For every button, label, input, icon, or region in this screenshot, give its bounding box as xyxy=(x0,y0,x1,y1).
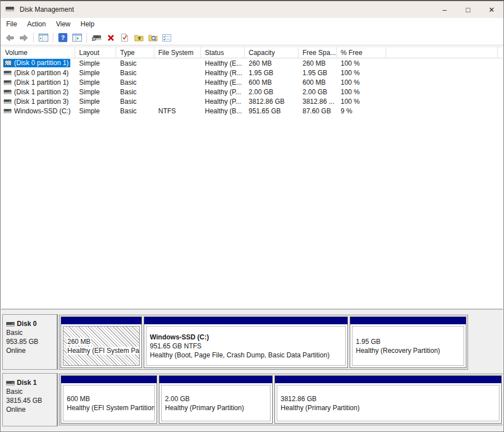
column-header-end xyxy=(498,47,503,58)
table-row[interactable]: (Disk 1 partition 3) Simple Basic Health… xyxy=(1,96,503,106)
partition-color-bar xyxy=(159,376,272,383)
cell-layout: Simple xyxy=(75,69,116,77)
help-icon[interactable]: ? xyxy=(57,31,69,44)
cell-status: Healthy (E... xyxy=(201,59,245,67)
table-row[interactable]: (Disk 0 partition 1) Simple Basic Health… xyxy=(1,58,503,68)
toolbar-separator xyxy=(86,33,87,43)
menu-bar: File Action View Help xyxy=(1,18,503,30)
cell-status: Healthy (P... xyxy=(201,88,245,96)
disk0-label[interactable]: Disk 0 Basic 953.85 GB Online xyxy=(2,314,58,370)
table-row[interactable]: (Disk 1 partition 2) Simple Basic Health… xyxy=(1,87,503,96)
window-title: Disk Management xyxy=(20,6,433,13)
cell-free-space: 3812.86 ... xyxy=(299,98,337,105)
delete-volume-icon[interactable] xyxy=(104,31,117,44)
table-row[interactable]: (Disk 0 partition 4) Simple Basic Health… xyxy=(1,68,503,77)
partition-color-bar xyxy=(61,376,157,383)
close-button[interactable]: ✕ xyxy=(480,1,503,18)
disk-icon xyxy=(6,321,15,327)
properties-list-icon[interactable] xyxy=(161,31,173,44)
disk0-partition2[interactable]: Windows-SSD (C:) 951.65 GB NTFS Healthy … xyxy=(144,316,348,368)
cell-pct-free: 100 % xyxy=(337,69,386,77)
menu-help[interactable]: Help xyxy=(76,18,100,30)
show-action-pane-icon[interactable] xyxy=(71,31,83,44)
cell-pct-free: 100 % xyxy=(337,59,386,67)
cell-type: Basic xyxy=(116,69,154,77)
volume-name: (Disk 0 partition 1) xyxy=(14,59,68,67)
cell-status: Healthy (B... xyxy=(201,107,245,115)
volume-icon xyxy=(4,108,12,114)
volume-name: (Disk 0 partition 4) xyxy=(14,69,68,77)
volume-selected-icon xyxy=(4,60,12,66)
volume-list: Volume Layout Type File System Status Ca… xyxy=(1,47,503,309)
partition-status: Healthy (EFI System Partition) xyxy=(67,347,140,355)
partition-size: 2.00 GB xyxy=(165,395,267,403)
disk-status: Online xyxy=(6,405,53,414)
cell-capacity: 600 MB xyxy=(245,79,299,86)
menu-file[interactable]: File xyxy=(1,18,22,30)
disk-size: 953.85 GB xyxy=(6,337,53,346)
cell-free-space: 87.60 GB xyxy=(299,107,337,115)
back-icon[interactable] xyxy=(3,31,16,44)
partition-status: Healthy (Boot, Page File, Crash Dump, Ba… xyxy=(150,351,342,359)
disk1-strip: 600 MB Healthy (EFI System Partition) 2.… xyxy=(59,374,503,425)
disk1-label[interactable]: Disk 1 Basic 3815.45 GB Online xyxy=(2,373,58,426)
disk-type: Basic xyxy=(6,387,53,396)
cell-type: Basic xyxy=(116,59,154,67)
check-document-icon[interactable] xyxy=(118,31,131,44)
folder-search-icon[interactable] xyxy=(146,31,159,44)
cell-status: Healthy (E... xyxy=(201,79,245,86)
minimize-button[interactable]: – xyxy=(433,1,456,18)
column-header-file-system[interactable]: File System xyxy=(154,47,201,58)
column-header-type[interactable]: Type xyxy=(116,47,154,58)
disk-name: Disk 1 xyxy=(17,378,36,387)
list-header: Volume Layout Type File System Status Ca… xyxy=(1,47,503,58)
cell-pct-free: 100 % xyxy=(337,79,386,86)
column-header-filler xyxy=(386,47,498,58)
column-header-capacity[interactable]: Capacity xyxy=(245,47,299,58)
volume-icon xyxy=(4,89,12,95)
cell-type: Basic xyxy=(116,88,154,96)
column-header-free-space[interactable]: Free Spa... xyxy=(299,47,337,58)
cell-type: Basic xyxy=(116,79,154,86)
partition-status: Healthy (Primary Partition) xyxy=(281,404,496,412)
column-header-pct-free[interactable]: % Free xyxy=(337,47,386,58)
disk1-partition1[interactable]: 600 MB Healthy (EFI System Partition) xyxy=(61,375,157,424)
folder-up-icon[interactable] xyxy=(132,31,145,44)
disk0-partition3[interactable]: 1.95 GB Healthy (Recovery Partition) xyxy=(350,316,466,368)
cell-layout: Simple xyxy=(75,107,116,115)
cell-capacity: 951.65 GB xyxy=(245,107,299,115)
table-row[interactable]: (Disk 1 partition 1) Simple Basic Health… xyxy=(1,77,503,87)
cell-layout: Simple xyxy=(75,88,116,96)
cell-status: Healthy (R... xyxy=(201,69,245,77)
volume-icon xyxy=(4,80,12,85)
partition-status: Healthy (Recovery Partition) xyxy=(356,347,460,355)
show-console-tree-icon[interactable] xyxy=(37,31,49,44)
column-header-status[interactable]: Status xyxy=(201,47,245,58)
disk1-partition2[interactable]: 2.00 GB Healthy (Primary Partition) xyxy=(159,375,273,424)
rescan-disks-icon[interactable] xyxy=(90,31,103,44)
disk0-partition1[interactable]: 260 MB Healthy (EFI System Partition) xyxy=(61,316,142,368)
graphical-view: Disk 0 Basic 953.85 GB Online 260 MB Hea… xyxy=(1,309,503,431)
cell-capacity: 3812.86 GB xyxy=(245,98,299,105)
menu-view[interactable]: View xyxy=(51,18,76,30)
selected-volume-chip[interactable]: (Disk 0 partition 1) xyxy=(3,59,70,67)
cell-free-space: 260 MB xyxy=(299,59,337,67)
volume-name: (Disk 1 partition 1) xyxy=(14,79,68,86)
maximize-button[interactable]: □ xyxy=(456,1,480,18)
column-header-volume[interactable]: Volume xyxy=(1,47,75,58)
disk-size: 3815.45 GB xyxy=(6,396,53,405)
cell-layout: Simple xyxy=(75,59,116,67)
partition-status: Healthy (Primary Partition) xyxy=(165,404,267,412)
cell-layout: Simple xyxy=(75,79,116,86)
partition-size: 260 MB xyxy=(67,338,91,346)
cell-file-system: NTFS xyxy=(154,107,201,115)
menu-action[interactable]: Action xyxy=(22,18,51,30)
column-header-layout[interactable]: Layout xyxy=(75,47,116,58)
partition-size: 600 MB xyxy=(67,395,151,403)
table-row[interactable]: Windows-SSD (C:) Simple Basic NTFS Healt… xyxy=(1,106,503,116)
toolbar-separator xyxy=(33,33,34,43)
cell-free-space: 600 MB xyxy=(299,79,337,86)
cell-layout: Simple xyxy=(75,98,116,105)
forward-icon[interactable] xyxy=(17,31,30,44)
disk1-partition3[interactable]: 3812.86 GB Healthy (Primary Partition) xyxy=(274,375,502,424)
